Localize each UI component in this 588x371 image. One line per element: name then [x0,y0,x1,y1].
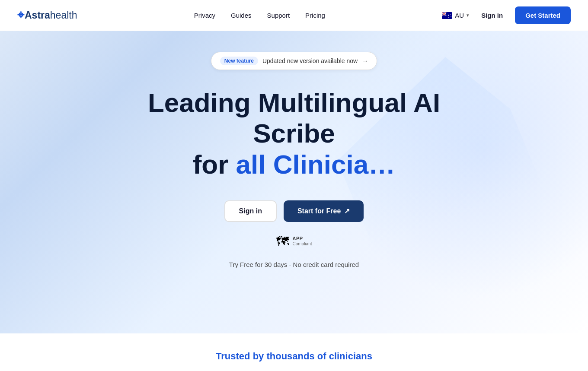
try-free-text: Try Free for 30 days - No credit card re… [229,261,359,268]
app-compliant-label: APP [292,236,312,241]
hero-section: New feature Updated new version availabl… [0,31,588,333]
hero-start-arrow-icon: ↗ [344,207,350,215]
app-compliant-badge: 🗺 APP Compliant [276,234,312,249]
signin-button[interactable]: Sign in [476,8,508,22]
navbar: ⌖ Astra health Privacy Guides Support Pr… [0,0,588,31]
locale-selector[interactable]: ★ ★ ★ ★ ★ AU ▾ [442,12,469,19]
banner-arrow-icon: → [362,57,368,64]
get-started-button[interactable]: Get Started [515,6,571,24]
hero-title: Leading Multilingual AI Scribe for all C… [130,87,458,180]
logo-health: health [50,10,77,21]
svg-text:★: ★ [448,17,449,19]
hero-buttons: Sign in Start for Free ↗ [224,200,364,222]
nav-pricing[interactable]: Pricing [305,12,325,19]
nav-guides[interactable]: Guides [231,12,252,19]
hero-title-line2: for all Clinicia… [130,149,458,180]
hero-title-accent: all Clinicia… [236,149,396,179]
hero-title-prefix: for [193,149,236,179]
trusted-section: Trusted by thousands of clinicians UniCa… [0,333,588,371]
hero-start-button[interactable]: Start for Free ↗ [284,200,364,222]
nav-privacy[interactable]: Privacy [194,12,215,19]
logo-astra: Astra [25,10,50,21]
banner[interactable]: New feature Updated new version availabl… [211,52,377,70]
nav-links: Privacy Guides Support Pricing [194,12,325,19]
logo-icon: ⌖ [17,8,24,22]
chevron-down-icon: ▾ [467,13,469,18]
app-compliant-text: APP Compliant [292,236,312,247]
banner-text: Updated new version available now [262,57,358,64]
hero-start-label: Start for Free [297,207,341,215]
logo[interactable]: ⌖ Astra health [17,8,77,22]
banner-badge: New feature [220,57,258,65]
nav-support[interactable]: Support [267,12,290,19]
nav-right: ★ ★ ★ ★ ★ AU ▾ Sign in Get Started [442,6,571,24]
locale-text: AU [455,12,464,19]
australia-map-icon: 🗺 [276,234,289,249]
hero-title-line1: Leading Multilingual AI Scribe [148,88,440,148]
app-compliant-sub: Compliant [292,241,312,247]
trusted-title: Trusted by thousands of clinicians [0,351,588,362]
svg-text:★: ★ [450,13,451,15]
au-flag-icon: ★ ★ ★ ★ ★ [442,12,452,19]
hero-signin-button[interactable]: Sign in [224,200,277,222]
